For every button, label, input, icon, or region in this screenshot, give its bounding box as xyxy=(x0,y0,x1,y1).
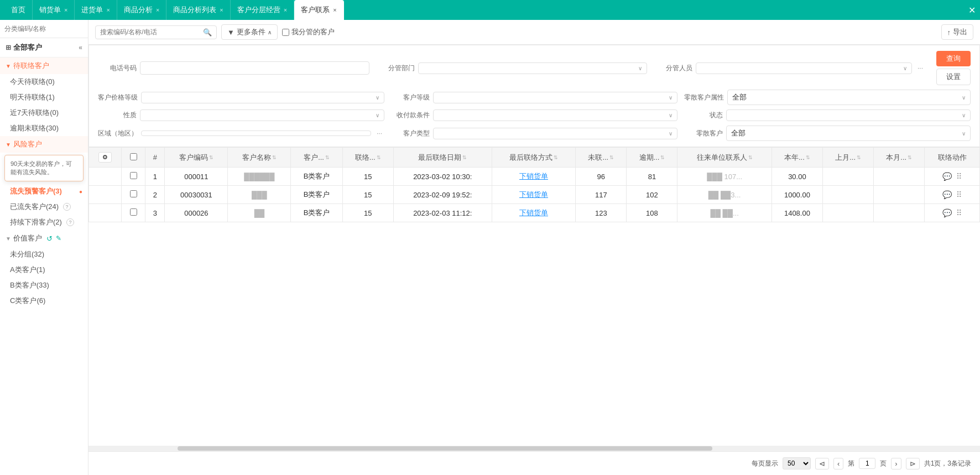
phone-input[interactable] xyxy=(140,61,369,75)
status-select[interactable]: ∨ xyxy=(726,109,971,121)
th-name[interactable]: 客户名称⇅ xyxy=(228,148,291,168)
row-checkbox[interactable] xyxy=(122,168,145,186)
customer-type-select[interactable]: ∨ xyxy=(433,128,677,139)
customer-level-select[interactable]: ∨ xyxy=(433,92,677,103)
price-level-select[interactable]: ∨ xyxy=(141,92,384,103)
first-page-btn[interactable]: ⊲ xyxy=(815,458,829,469)
tab-home[interactable]: 首页 xyxy=(4,0,33,20)
close-analysis-list-tab-icon[interactable]: × xyxy=(220,7,223,13)
row-last-way[interactable]: 下销货单 xyxy=(492,204,576,222)
row-action[interactable]: 💬 ⠿ xyxy=(925,204,980,222)
row-checkbox[interactable] xyxy=(122,186,145,204)
sidebar-search-input[interactable] xyxy=(4,25,87,33)
sidebar-group-value[interactable]: ▼ 价值客户 ↺ ✎ xyxy=(0,230,88,247)
settings-btn[interactable]: 设置 xyxy=(936,69,971,85)
th-type[interactable]: 客户...⇅ xyxy=(291,148,342,168)
tab-analysis[interactable]: 商品分析 × xyxy=(117,0,166,20)
row-select-checkbox[interactable] xyxy=(130,190,137,197)
person-select[interactable]: ∨ xyxy=(696,62,912,74)
sidebar-item-declining[interactable]: 持续下滑客户(2) ? xyxy=(0,215,88,230)
row-checkbox[interactable] xyxy=(122,204,145,222)
page-size-select[interactable]: 50 100 200 xyxy=(783,457,811,469)
action-menu-icon[interactable]: ⠿ xyxy=(956,190,962,199)
tab-customer-contact[interactable]: 客户联系 × xyxy=(294,0,343,20)
th-this-month[interactable]: 本月...⇅ xyxy=(874,148,925,168)
next-page-btn[interactable]: › xyxy=(891,458,901,469)
tab-analysis-list[interactable]: 商品分析列表 × xyxy=(166,0,230,20)
sidebar-item-churned[interactable]: 已流失客户(24) ? xyxy=(0,199,88,215)
th-contact[interactable]: 联络...⇅ xyxy=(342,148,393,168)
th-this-year[interactable]: 本年...⇅ xyxy=(772,148,822,168)
close-purchase-tab-icon[interactable]: × xyxy=(106,7,110,13)
export-btn[interactable]: ↑ 导出 xyxy=(941,24,974,40)
th-last-date[interactable]: 最后联络日期⇅ xyxy=(393,148,492,168)
last-page-btn[interactable]: ⊳ xyxy=(906,458,920,469)
sidebar-item-overdue[interactable]: 逾期未联络(30) xyxy=(0,121,88,136)
row-last-way[interactable]: 下销货单 xyxy=(492,186,576,204)
row-select-checkbox[interactable] xyxy=(130,208,137,216)
main-search-icon[interactable]: 🔍 xyxy=(203,28,212,36)
select-all-checkbox[interactable] xyxy=(130,153,137,160)
person-more-icon[interactable]: ··· xyxy=(915,64,925,72)
action-chat-icon[interactable]: 💬 xyxy=(942,190,952,199)
region-select[interactable] xyxy=(141,131,371,136)
th-unit-contact[interactable]: 往来单位联系人⇅ xyxy=(677,148,772,168)
sidebar-item-class-b[interactable]: B类客户(33) xyxy=(0,278,88,293)
dept-select[interactable]: ∨ xyxy=(418,62,648,74)
contact-way-link[interactable]: 下销货单 xyxy=(519,190,548,199)
row-action[interactable]: 💬 ⠿ xyxy=(925,186,980,204)
action-chat-icon[interactable]: 💬 xyxy=(942,172,952,181)
sidebar-group-pending[interactable]: ▼ 待联络客户 xyxy=(0,58,88,74)
action-menu-icon[interactable]: ⠿ xyxy=(956,172,962,181)
th-last-month[interactable]: 上月...⇅ xyxy=(823,148,874,168)
th-overdue[interactable]: 逾期...⇅ xyxy=(627,148,677,168)
th-settings[interactable]: ⚙ xyxy=(89,148,122,168)
zero-customer-select[interactable]: 全部 ∨ xyxy=(726,126,971,141)
tab-customer-segment[interactable]: 客户分层经营 × xyxy=(231,0,294,20)
action-chat-icon[interactable]: 💬 xyxy=(942,208,952,217)
sidebar-all-customers[interactable]: ⊞ 全部客户 « xyxy=(0,38,88,58)
row-last-way[interactable]: 下销货单 xyxy=(492,168,576,186)
close-analysis-tab-icon[interactable]: × xyxy=(156,7,159,13)
query-btn[interactable]: 查询 xyxy=(936,51,971,66)
th-code[interactable]: 客户编码⇅ xyxy=(165,148,228,168)
th-not-contact[interactable]: 未联...⇅ xyxy=(576,148,627,168)
edit-value-icon[interactable]: ✎ xyxy=(56,234,61,242)
scrollbar-thumb[interactable] xyxy=(178,446,712,451)
main-search-input[interactable] xyxy=(100,28,201,36)
payment-select[interactable]: ∨ xyxy=(433,109,677,121)
sidebar-item-tomorrow[interactable]: 明天待联络(1) xyxy=(0,90,88,105)
filter-more-btn[interactable]: ▼ 更多条件 ∧ xyxy=(221,24,278,40)
tab-purchase[interactable]: 进货单 × xyxy=(75,0,117,20)
sidebar-group-risk[interactable]: ▼ 风险客户 xyxy=(0,136,88,153)
zero-attr-select[interactable]: 全部 ∨ xyxy=(727,90,971,105)
sidebar-item-class-a[interactable]: A类客户(1) xyxy=(0,262,88,278)
contact-way-link[interactable]: 下销货单 xyxy=(519,172,548,180)
sidebar-item-churn-warning[interactable]: 流失预警客户(3) ● xyxy=(0,184,88,199)
sidebar-item-today[interactable]: 今天待联络(0) xyxy=(0,74,88,90)
gear-btn[interactable]: ⚙ xyxy=(98,152,112,163)
tab-sales[interactable]: 销货单 × xyxy=(33,0,75,20)
sidebar-item-ungrouped[interactable]: 未分组(32) xyxy=(0,247,88,262)
row-select-checkbox[interactable] xyxy=(130,172,137,179)
horizontal-scrollbar[interactable] xyxy=(88,446,980,451)
my-customers-checkbox[interactable] xyxy=(282,29,289,36)
nature-select[interactable]: ∨ xyxy=(140,109,384,121)
refresh-icon[interactable]: ↺ xyxy=(46,234,53,243)
prev-page-btn[interactable]: ‹ xyxy=(833,458,843,469)
close-sales-tab-icon[interactable]: × xyxy=(64,7,67,13)
th-last-way[interactable]: 最后联络方式⇅ xyxy=(492,148,576,168)
sidebar-collapse-icon[interactable]: « xyxy=(79,44,82,51)
sidebar-item-class-c[interactable]: C类客户(6) xyxy=(0,293,88,309)
page-input[interactable] xyxy=(859,458,875,469)
close-all-icon[interactable]: ✕ xyxy=(968,5,976,15)
close-contact-tab-icon[interactable]: × xyxy=(333,7,336,13)
sidebar-item-7days[interactable]: 近7天待联络(0) xyxy=(0,105,88,121)
contact-way-link[interactable]: 下销货单 xyxy=(519,208,548,217)
row-action[interactable]: 💬 ⠿ xyxy=(925,168,980,186)
my-customers-check[interactable]: 我分管的客户 xyxy=(282,27,335,37)
action-menu-icon[interactable]: ⠿ xyxy=(956,208,962,217)
region-more-icon[interactable]: ··· xyxy=(374,129,384,137)
th-checkbox[interactable] xyxy=(122,148,145,168)
close-segment-tab-icon[interactable]: × xyxy=(284,7,287,13)
